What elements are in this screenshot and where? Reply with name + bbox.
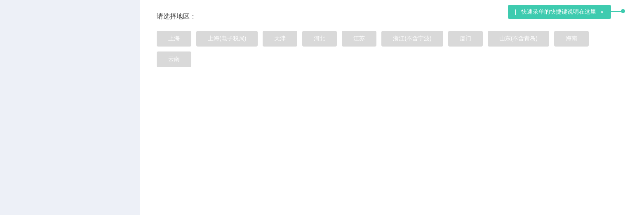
tooltip-text: 快速录单的快捷键说明在这里: [521, 8, 596, 16]
tooltip-dot: [621, 9, 625, 13]
region-button-shanghai[interactable]: 上海: [157, 31, 191, 47]
tooltip-banner: 快速录单的快捷键说明在这里 ×: [508, 5, 611, 19]
region-button-hebei[interactable]: 河北: [302, 31, 337, 47]
region-button-jiangsu[interactable]: 江苏: [342, 31, 376, 47]
main-content: 请选择地区： 上海上海(电子税局)天津河北江苏浙江(不含宁波)厦门山东(不含青岛…: [140, 0, 644, 215]
region-buttons-container: 上海上海(电子税局)天津河北江苏浙江(不含宁波)厦门山东(不含青岛)海南云南: [157, 31, 628, 67]
region-button-shanghai-etax[interactable]: 上海(电子税局): [196, 31, 258, 47]
region-button-shandong[interactable]: 山东(不含青岛): [488, 31, 549, 47]
sidebar: [0, 0, 140, 215]
region-button-zhejiang[interactable]: 浙江(不含宁波): [381, 31, 443, 47]
region-button-xiamen[interactable]: 厦门: [448, 31, 483, 47]
region-button-tianjin[interactable]: 天津: [263, 31, 297, 47]
region-button-yunnan[interactable]: 云南: [157, 51, 191, 67]
region-button-hainan[interactable]: 海南: [554, 31, 589, 47]
tooltip-close-button[interactable]: ×: [599, 9, 604, 15]
